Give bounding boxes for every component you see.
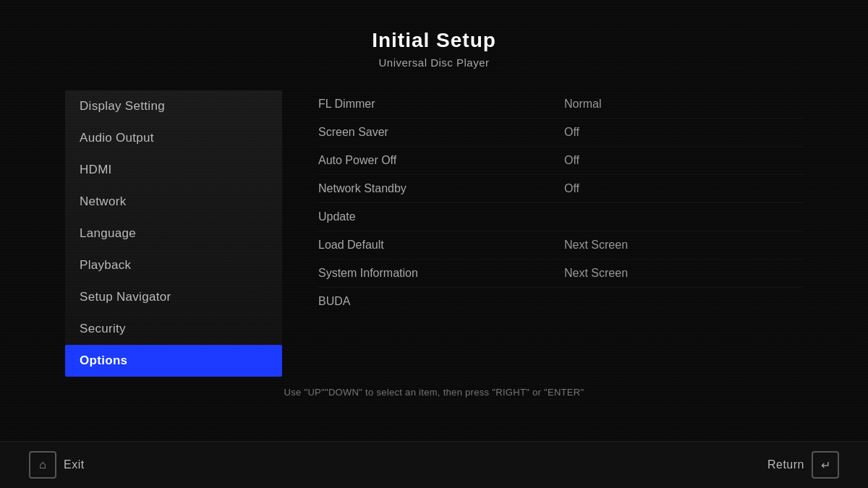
sidebar-item-network[interactable]: Network	[65, 186, 282, 218]
setting-label: Network Standby	[318, 182, 564, 195]
sidebar-item-language[interactable]: Language	[65, 218, 282, 249]
return-button[interactable]: Return ↵	[767, 451, 839, 479]
header: Initial Setup Universal Disc Player	[0, 0, 868, 83]
setting-label: Load Default	[318, 239, 564, 252]
setting-label: Update	[318, 210, 564, 223]
setting-row[interactable]: Update	[318, 203, 803, 231]
setting-value: Next Screen	[564, 267, 628, 280]
return-icon: ↵	[812, 451, 839, 479]
exit-button[interactable]: ⌂ Exit	[29, 451, 85, 479]
footer: ⌂ Exit Return ↵	[0, 441, 868, 488]
sidebar-item-hdmi[interactable]: HDMI	[65, 154, 282, 186]
exit-label: Exit	[64, 458, 85, 471]
setting-value: Off	[564, 182, 579, 195]
instruction-text: Use "UP""DOWN" to select an item, then p…	[0, 372, 868, 405]
setting-row[interactable]: BUDA	[318, 288, 803, 315]
setting-row[interactable]: Network StandbyOff	[318, 175, 803, 203]
setting-row[interactable]: Auto Power OffOff	[318, 147, 803, 175]
sidebar-item-audio-output[interactable]: Audio Output	[65, 122, 282, 154]
setting-value: Next Screen	[564, 239, 628, 252]
sidebar-item-security[interactable]: Security	[65, 313, 282, 345]
setting-value: Off	[564, 126, 579, 139]
sidebar-item-setup-navigator[interactable]: Setup Navigator	[65, 281, 282, 313]
return-label: Return	[767, 458, 804, 471]
setting-row[interactable]: Screen SaverOff	[318, 119, 803, 147]
setting-row[interactable]: FL DimmerNormal	[318, 90, 803, 119]
setting-value: Off	[564, 154, 579, 167]
home-icon: ⌂	[29, 451, 56, 479]
setting-label: Auto Power Off	[318, 154, 564, 167]
setting-value: Normal	[564, 98, 602, 111]
setting-label: BUDA	[318, 295, 564, 308]
sidebar-item-playback[interactable]: Playback	[65, 249, 282, 281]
sidebar-item-options[interactable]: Options	[65, 345, 282, 377]
setting-label: Screen Saver	[318, 126, 564, 139]
setting-row[interactable]: Load DefaultNext Screen	[318, 231, 803, 260]
settings-panel: FL DimmerNormalScreen SaverOffAuto Power…	[282, 90, 803, 365]
setting-row[interactable]: System InformationNext Screen	[318, 260, 803, 288]
page-title: Initial Setup	[0, 29, 868, 52]
sidebar: Display SettingAudio OutputHDMINetworkLa…	[65, 90, 282, 365]
sidebar-item-display-setting[interactable]: Display Setting	[65, 90, 282, 122]
page-subtitle: Universal Disc Player	[0, 56, 868, 69]
setting-label: FL Dimmer	[318, 98, 564, 111]
setting-label: System Information	[318, 267, 564, 280]
main-content: Display SettingAudio OutputHDMINetworkLa…	[0, 83, 868, 372]
